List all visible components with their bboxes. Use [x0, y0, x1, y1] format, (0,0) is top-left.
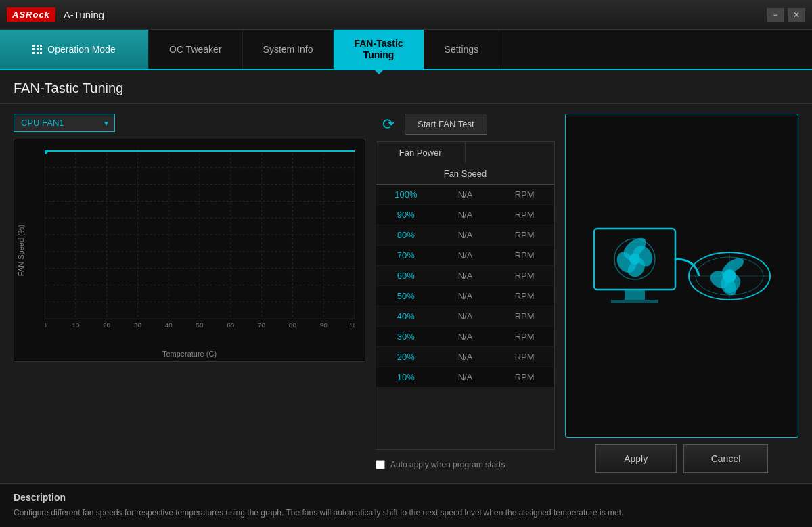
svg-text:50: 50	[196, 321, 204, 329]
chart-container: CPU FAN1 CPU FAN2 CHA FAN1 CHA FAN2 FAN …	[14, 114, 365, 473]
nav-item-oc-tweaker[interactable]: OC Tweaker	[149, 30, 243, 69]
fan-table: Fan Power Fan Speed 100%N/ARPM90%N/ARPM8…	[376, 141, 555, 450]
fan-power-cell: 50%	[376, 286, 436, 306]
title-bar: ASRock A-Tuning − ✕	[0, 0, 812, 30]
fan-illustration	[565, 114, 798, 438]
auto-apply-label: Auto apply when program starts	[390, 460, 505, 469]
svg-text:20: 20	[103, 321, 111, 329]
auto-apply-row: Auto apply when program starts	[376, 457, 555, 473]
fan-speed-cell: N/A	[436, 286, 495, 306]
svg-text:60: 60	[227, 321, 235, 329]
action-buttons: Apply Cancel	[565, 444, 798, 473]
fan-unit-cell: RPM	[495, 185, 554, 204]
svg-text:40: 40	[165, 321, 173, 329]
nav-item-operation-mode[interactable]: Operation Mode	[0, 30, 149, 69]
chart-box: FAN Speed (%)	[14, 139, 365, 362]
fan-table-row: 90%N/ARPM	[376, 205, 554, 225]
svg-rect-47	[625, 290, 645, 300]
fan-unit-cell: RPM	[495, 306, 554, 326]
fan-power-cell: 100%	[376, 185, 436, 204]
fan-select[interactable]: CPU FAN1 CPU FAN2 CHA FAN1 CHA FAN2	[14, 114, 115, 132]
nav-label-oc-tweaker: OC Tweaker	[169, 44, 222, 55]
fan-speed-cell: N/A	[436, 246, 495, 265]
fan-power-cell: 30%	[376, 327, 436, 346]
svg-text:100: 100	[349, 321, 355, 329]
fan-table-row: 30%N/ARPM	[376, 327, 554, 347]
fan-select-row: CPU FAN1 CPU FAN2 CHA FAN1 CHA FAN2	[14, 114, 365, 132]
title-bar-controls: − ✕	[767, 8, 805, 22]
logo: ASRock	[7, 7, 55, 22]
nav-label-operation-mode: Operation Mode	[47, 44, 115, 55]
nav-item-fan-tastic[interactable]: FAN-TasticTuning	[334, 30, 424, 69]
nav-label-settings: Settings	[445, 44, 479, 55]
description-title: Description	[14, 492, 798, 503]
fan-unit-cell: RPM	[495, 286, 554, 306]
start-fan-row: ⟳ Start FAN Test	[376, 114, 555, 135]
svg-rect-48	[611, 300, 658, 303]
fan-spin-icon: ⟳	[382, 116, 394, 133]
fan-speed-cell: N/A	[436, 367, 495, 387]
nav-label-system-info: System Info	[263, 44, 313, 55]
svg-text:10: 10	[72, 321, 80, 329]
svg-text:30: 30	[134, 321, 142, 329]
fan-unit-cell: RPM	[495, 327, 554, 346]
cancel-button[interactable]: Cancel	[683, 444, 769, 473]
fan-unit-cell: RPM	[495, 266, 554, 285]
fan-unit-cell: RPM	[495, 225, 554, 245]
svg-text:90: 90	[320, 321, 328, 329]
fan-power-cell: 60%	[376, 266, 436, 285]
fan-table-header: Fan Power Fan Speed	[376, 142, 554, 185]
minimize-button[interactable]: −	[767, 8, 784, 22]
fan-power-cell: 40%	[376, 306, 436, 326]
fan-table-header-power: Fan Power	[376, 142, 466, 163]
fan-table-row: 40%N/ARPM	[376, 306, 554, 327]
fan-speed-cell: N/A	[436, 266, 495, 285]
fan-table-row: 20%N/ARPM	[376, 347, 554, 367]
content-area: CPU FAN1 CPU FAN2 CHA FAN1 CHA FAN2 FAN …	[0, 104, 812, 483]
close-button[interactable]: ✕	[788, 8, 805, 22]
description-text: Configure different fan speeds for respe…	[14, 507, 798, 519]
fan-unit-cell: RPM	[495, 246, 554, 265]
description-bar: Description Configure different fan spee…	[0, 483, 812, 527]
fan-illustration-svg	[587, 208, 777, 344]
nav-label-fan-tastic: FAN-TasticTuning	[354, 38, 403, 61]
fan-power-cell: 10%	[376, 367, 436, 387]
chart-svg: 0 10 20 30 40 50 60 70 80 90 100 0 10	[45, 150, 355, 338]
main-content: FAN-Tastic Tuning CPU FAN1 CPU FAN2 CHA …	[0, 70, 812, 527]
fan-table-row: 100%N/ARPM	[376, 185, 554, 205]
fan-speed-cell: N/A	[436, 306, 495, 326]
fan-power-cell: 70%	[376, 246, 436, 265]
svg-text:80: 80	[289, 321, 297, 329]
fan-table-row: 50%N/ARPM	[376, 286, 554, 306]
fan-speed-cell: N/A	[436, 185, 495, 204]
fan-table-header-speed: Fan Speed	[376, 163, 554, 184]
fan-speed-cell: N/A	[436, 205, 495, 225]
svg-text:0: 0	[45, 321, 47, 329]
chart-area[interactable]: 0 10 20 30 40 50 60 70 80 90 100 0 10	[45, 150, 355, 338]
fan-unit-cell: RPM	[495, 205, 554, 225]
fan-table-row: 60%N/ARPM	[376, 266, 554, 286]
svg-point-50	[629, 254, 640, 265]
nav-item-system-info[interactable]: System Info	[243, 30, 334, 69]
fan-speed-cell: N/A	[436, 327, 495, 346]
fan-power-cell: 80%	[376, 225, 436, 245]
fan-select-wrapper: CPU FAN1 CPU FAN2 CHA FAN1 CHA FAN2	[14, 114, 115, 132]
app-title: A-Tuning	[64, 9, 104, 20]
image-panel: Apply Cancel	[565, 114, 798, 473]
nav-item-settings[interactable]: Settings	[424, 30, 500, 69]
fan-table-row: 10%N/ARPM	[376, 367, 554, 387]
start-fan-test-button[interactable]: Start FAN Test	[405, 114, 487, 135]
y-axis-label: FAN Speed (%)	[17, 225, 25, 276]
x-axis-label: Temperature (C)	[162, 350, 217, 358]
fan-speed-cell: N/A	[436, 225, 495, 245]
apply-button[interactable]: Apply	[595, 444, 677, 473]
nav-bar: Operation Mode OC Tweaker System Info FA…	[0, 30, 812, 70]
fan-table-row: 80%N/ARPM	[376, 225, 554, 246]
page-title: FAN-Tastic Tuning	[0, 70, 812, 104]
svg-text:70: 70	[258, 321, 266, 329]
fan-power-cell: 20%	[376, 347, 436, 367]
fan-speed-cell: N/A	[436, 347, 495, 367]
fan-table-row: 70%N/ARPM	[376, 246, 554, 266]
auto-apply-checkbox[interactable]	[376, 460, 385, 469]
fan-table-rows: 100%N/ARPM90%N/ARPM80%N/ARPM70%N/ARPM60%…	[376, 185, 554, 387]
